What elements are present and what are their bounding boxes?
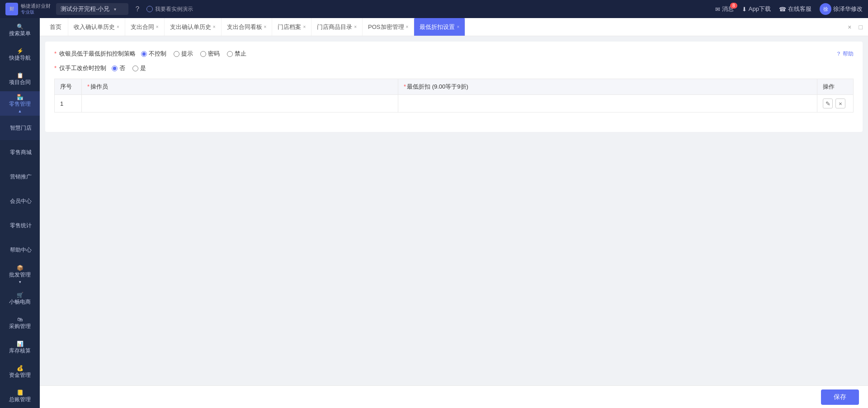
sidebar-item-wholesale[interactable]: 📦 批发管理 ▾	[0, 262, 40, 286]
inventory-icon: 📊	[17, 341, 24, 347]
tab-close-min-discount[interactable]: ×	[457, 24, 459, 29]
avatar: 徐	[820, 3, 831, 15]
th-min-discount: *最低折扣 (9.00等于9折)	[398, 79, 817, 95]
demo-link[interactable]: 我要看实例演示	[146, 5, 193, 13]
online-service-button[interactable]: ☎ 在线客服	[779, 5, 811, 13]
close-tab-button[interactable]: ×	[846, 23, 853, 32]
radio-password[interactable]: 密码	[200, 50, 220, 58]
radio-hint[interactable]: 提示	[174, 50, 193, 58]
sidebar-item-member[interactable]: 会员中心	[0, 189, 40, 213]
tab-close-store-archive[interactable]: ×	[303, 24, 306, 29]
manual-price-label: * 仅手工改价时控制	[54, 64, 106, 72]
sidebar-item-retail-stats[interactable]: 零售统计	[0, 213, 40, 238]
search-icon: 🔍	[17, 23, 24, 30]
delete-icon: ×	[839, 100, 842, 107]
main-layout: 🔍 搜索菜单 ⚡ 快捷导航 📋 项目合同 🏪 零售管理 ▲ 智慧门店 零售商城 …	[0, 18, 868, 408]
radio-yes[interactable]: 是	[132, 64, 146, 72]
sidebar-item-ledger[interactable]: 📒 总账管理	[0, 384, 40, 408]
radio-forbid[interactable]: 禁止	[227, 50, 246, 58]
sidebar-item-purchase[interactable]: 🛍 采购管理	[0, 311, 40, 335]
radio-no-control[interactable]: 不控制	[141, 50, 166, 58]
sidebar-item-search[interactable]: 🔍 搜索菜单	[0, 18, 40, 42]
sidebar-item-project[interactable]: 📋 项目合同	[0, 67, 40, 91]
ledger-icon: 📒	[17, 389, 24, 396]
expand-tab-button[interactable]: □	[857, 23, 864, 32]
radio-no[interactable]: 否	[112, 64, 125, 72]
cell-seq: 1	[55, 95, 82, 113]
sidebar-item-smart-store[interactable]: 智慧门店	[0, 116, 40, 140]
service-icon: ☎	[779, 6, 786, 13]
tab-close-payment-contract[interactable]: ×	[156, 24, 159, 29]
bottom-bar: 保存	[40, 385, 868, 408]
content-area: 首页 收入确认单历史 × 支出合同 × 支出确认单历史 × 支出合同看板 × 门…	[40, 18, 868, 408]
discount-table: 序号 *操作员 *最低折扣 (9.00等于9折) 操作 1	[54, 79, 854, 113]
tab-controls: × □	[846, 23, 864, 32]
page-content: * 收银员低于最低折扣控制策略 不控制 提示	[40, 36, 868, 385]
cell-action: ✎ ×	[817, 95, 854, 113]
control-strategy-row: * 收银员低于最低折扣控制策略 不控制 提示	[54, 50, 854, 58]
download-icon: ⬇	[742, 6, 747, 13]
tab-payment-contract[interactable]: 支出合同 ×	[125, 18, 165, 36]
tab-payment-confirm-history[interactable]: 支出确认单历史 ×	[165, 18, 222, 36]
topbar-settings-icon[interactable]: ？	[134, 5, 141, 14]
sidebar-item-help-center[interactable]: 帮助中心	[0, 238, 40, 262]
tab-home[interactable]: 首页	[43, 18, 68, 36]
app-logo: 财 畅捷通好业财 专业版	[5, 3, 51, 15]
th-operator: *操作员	[82, 79, 398, 95]
action-buttons: ✎ ×	[823, 98, 848, 108]
wholesale-icon: 📦	[17, 265, 24, 271]
shortcut-icon: ⚡	[17, 48, 24, 54]
tab-min-discount[interactable]: 最低折扣设置 ×	[414, 18, 465, 36]
sidebar-item-online-shop[interactable]: 零售商城	[0, 140, 40, 164]
table-row: 1 ✎ ×	[55, 95, 854, 113]
sidebar-item-shortcut[interactable]: ⚡ 快捷导航	[0, 42, 40, 67]
tab-pos-lock[interactable]: POS加密管理 ×	[363, 18, 414, 36]
edit-button[interactable]: ✎	[823, 98, 833, 108]
tab-income-history[interactable]: 收入确认单历史 ×	[68, 18, 125, 36]
tab-close-payment-confirm[interactable]: ×	[213, 24, 216, 29]
main-card: * 收银员低于最低折扣控制策略 不控制 提示	[45, 42, 863, 132]
chevron-down-icon: ▾	[19, 280, 21, 284]
ecommerce-icon: 🛒	[17, 292, 24, 298]
tab-store-goods[interactable]: 门店商品目录 ×	[311, 18, 363, 36]
sidebar: 🔍 搜索菜单 ⚡ 快捷导航 📋 项目合同 🏪 零售管理 ▲ 智慧门店 零售商城 …	[0, 18, 40, 408]
chevron-up-icon: ▲	[18, 109, 22, 113]
th-action: 操作	[817, 79, 854, 95]
tab-payment-contract-board[interactable]: 支出合同看板 ×	[222, 18, 273, 36]
control-strategy-label: * 收银员低于最低折扣控制策略	[54, 50, 136, 58]
chevron-down-icon: ▾	[114, 7, 116, 12]
sidebar-item-finance[interactable]: 💰 资金管理	[0, 360, 40, 384]
manual-price-radio-group: 否 是	[112, 64, 146, 72]
sidebar-item-marketing[interactable]: 营销推广	[0, 164, 40, 189]
message-icon: ✉	[715, 6, 720, 13]
finance-icon: 💰	[17, 365, 24, 371]
help-link[interactable]: ？ 帮助	[836, 50, 854, 58]
topbar-right: ✉ 消息 8 ⬇ App下载 ☎ 在线客服 徐 徐泽华修改	[715, 3, 863, 15]
purchase-icon: 🛍	[17, 316, 23, 323]
tab-bar: 首页 收入确认单历史 × 支出合同 × 支出确认单历史 × 支出合同看板 × 门…	[40, 18, 868, 36]
topbar: 财 畅捷通好业财 专业版 测试分开完程-小兄 ▾ ？ 我要看实例演示 ✉ 消息 …	[0, 0, 868, 18]
cell-operator	[82, 95, 398, 113]
tab-close-income-history[interactable]: ×	[117, 24, 119, 29]
tab-close-payment-board[interactable]: ×	[264, 24, 267, 29]
project-selector[interactable]: 测试分开完程-小兄 ▾	[56, 3, 128, 15]
save-button[interactable]: 保存	[821, 389, 859, 405]
logo-icon: 财	[5, 3, 18, 15]
th-seq: 序号	[55, 79, 82, 95]
edit-icon: ✎	[826, 100, 830, 107]
sidebar-item-ecommerce[interactable]: 🛒 小畅电商	[0, 286, 40, 311]
user-profile-button[interactable]: 徐 徐泽华修改	[820, 3, 863, 15]
sidebar-item-retail[interactable]: 🏪 零售管理 ▲	[0, 91, 40, 116]
messages-button[interactable]: ✉ 消息 8	[715, 5, 734, 13]
tab-close-store-goods[interactable]: ×	[354, 24, 357, 29]
tab-close-pos-lock[interactable]: ×	[406, 24, 409, 29]
sidebar-item-inventory[interactable]: 📊 库存核算	[0, 335, 40, 360]
cell-min-discount	[398, 95, 817, 113]
delete-button[interactable]: ×	[835, 98, 845, 108]
messages-badge: 8	[730, 3, 737, 9]
tab-store-archive[interactable]: 门店档案 ×	[272, 18, 311, 36]
question-icon: ？	[836, 50, 841, 58]
app-download-button[interactable]: ⬇ App下载	[742, 5, 771, 13]
project-icon: 📋	[17, 72, 24, 79]
retail-icon: 🏪	[17, 94, 24, 100]
